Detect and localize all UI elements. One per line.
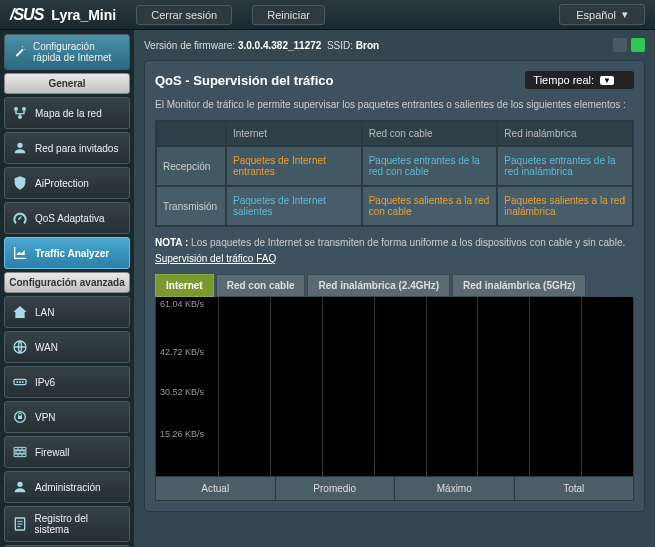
sidebar-item-lan[interactable]: LAN [4, 296, 130, 328]
language-label: Español [576, 9, 616, 21]
sidebar-item-traffic-analyzer[interactable]: Traffic Analyzer [4, 237, 130, 269]
link-rx-internet[interactable]: Paquetes de Internet entrantes [233, 155, 355, 177]
svg-point-8 [22, 381, 24, 383]
guest-icon [11, 139, 29, 157]
stats-row: Actual Promedio Máximo Total [155, 477, 634, 501]
sidebar-item-ipv6[interactable]: IPv6 [4, 366, 130, 398]
link-tx-wireless[interactable]: Paquetes salientes a la red inalámbrica [504, 195, 626, 217]
tab-wireless-5[interactable]: Red inalámbrica (5GHz) [452, 274, 586, 297]
sidebar-item-guest-network[interactable]: Red para invitados [4, 132, 130, 164]
chevron-down-icon: ▾ [622, 8, 628, 21]
link-tx-wired[interactable]: Paquetes salientes a la red con cable [369, 195, 491, 217]
ipv6-icon [11, 373, 29, 391]
th-blank [156, 121, 226, 146]
stat-actual: Actual [156, 477, 276, 500]
ssid-label: SSID: [327, 40, 353, 51]
sidebar-item-label: IPv6 [35, 377, 55, 388]
svg-point-6 [16, 381, 18, 383]
svg-point-0 [14, 107, 18, 111]
sidebar-item-label: VPN [35, 412, 56, 423]
sidebar-item-label: Firewall [35, 447, 69, 458]
stat-total: Total [515, 477, 634, 500]
link-rx-wireless[interactable]: Paquetes entrantes de la red inalámbrica [504, 155, 626, 177]
content-area: Versión de firmware: 3.0.0.4.382_11272 S… [134, 30, 655, 547]
vpn-icon [11, 408, 29, 426]
magic-wand-icon [11, 43, 27, 61]
sidebar-item-label: Red para invitados [35, 143, 118, 154]
status-icon-1[interactable] [613, 38, 627, 52]
network-map-icon [11, 104, 29, 122]
ytick-3: 15.26 KB/s [160, 429, 204, 439]
sidebar: Configuración rápida de Internet General… [0, 30, 134, 547]
sidebar-item-label: AiProtection [35, 178, 89, 189]
log-icon [11, 515, 29, 533]
th-wired: Red con cable [362, 121, 498, 146]
sidebar-item-aiprotection[interactable]: AiProtection [4, 167, 130, 199]
sidebar-item-network-map[interactable]: Mapa de la red [4, 97, 130, 129]
time-mode-dropdown[interactable]: Tiempo real: ▼ [525, 71, 634, 89]
language-dropdown[interactable]: Español ▾ [559, 4, 645, 25]
th-internet: Internet [226, 121, 362, 146]
ytick-2: 30.52 KB/s [160, 387, 204, 397]
sidebar-item-label: Mapa de la red [35, 108, 102, 119]
note-label: NOTA : [155, 237, 188, 248]
tab-wired[interactable]: Red con cable [216, 274, 306, 297]
link-rx-wired[interactable]: Paquetes entrantes de la red con cable [369, 155, 491, 177]
fw-value: 3.0.0.4.382_11272 [238, 40, 321, 51]
link-tx-internet[interactable]: Paquetes de Internet salientes [233, 195, 355, 217]
sidebar-item-system-log[interactable]: Registro del sistema [4, 506, 130, 542]
traffic-table: Internet Red con cable Red inalámbrica R… [155, 120, 634, 227]
sidebar-item-label: QoS Adaptativa [35, 213, 105, 224]
sidebar-item-vpn[interactable]: VPN [4, 401, 130, 433]
svg-point-2 [18, 115, 22, 119]
stat-avg: Promedio [276, 477, 396, 500]
svg-point-11 [17, 482, 22, 487]
sidebar-item-firewall[interactable]: Firewall [4, 436, 130, 468]
home-icon [11, 303, 29, 321]
note: NOTA : Los paquetes de Internet se trans… [155, 237, 634, 248]
sidebar-quick-setup[interactable]: Configuración rápida de Internet [4, 34, 130, 70]
traffic-chart: 61.04 KB/s 42.72 KB/s 30.52 KB/s 15.26 K… [155, 297, 634, 477]
chart-grid [218, 297, 633, 476]
th-wireless: Red inalámbrica [497, 121, 633, 146]
globe-icon [11, 338, 29, 356]
svg-rect-10 [18, 416, 22, 419]
svg-point-7 [19, 381, 21, 383]
panel-title: QoS - Supervisión del tráfico [155, 73, 333, 88]
sidebar-item-label: WAN [35, 342, 58, 353]
panel-description: El Monitor de tráfico le permite supervi… [155, 99, 634, 110]
sidebar-item-label: Configuración rápida de Internet [33, 41, 123, 63]
top-bar: /SUS Lyra_Mini Cerrar sesión Reiniciar E… [0, 0, 655, 30]
firewall-icon [11, 443, 29, 461]
chevron-down-icon: ▼ [600, 76, 614, 85]
ssid-value: Bron [356, 40, 379, 51]
reboot-button[interactable]: Reiniciar [252, 5, 325, 25]
svg-point-1 [22, 107, 26, 111]
tab-wireless-24[interactable]: Red inalámbrica (2.4GHz) [307, 274, 450, 297]
shield-icon [11, 174, 29, 192]
version-line: Versión de firmware: 3.0.0.4.382_11272 S… [144, 38, 645, 52]
sidebar-item-qos[interactable]: QoS Adaptativa [4, 202, 130, 234]
ytick-0: 61.04 KB/s [160, 299, 204, 309]
dropdown-label: Tiempo real: [533, 74, 594, 86]
row-tx-label: Transmisión [156, 186, 226, 226]
sidebar-section-general: General [4, 73, 130, 94]
faq-link[interactable]: Supervisión del tráfico FAQ [155, 253, 276, 264]
row-rx-label: Recepción [156, 146, 226, 186]
stat-max: Máximo [395, 477, 515, 500]
sidebar-item-label: Traffic Analyzer [35, 248, 109, 259]
ytick-1: 42.72 KB/s [160, 347, 204, 357]
fw-label: Versión de firmware: [144, 40, 235, 51]
sidebar-item-wan[interactable]: WAN [4, 331, 130, 363]
admin-icon [11, 478, 29, 496]
logout-button[interactable]: Cerrar sesión [136, 5, 232, 25]
sidebar-item-label: Administración [35, 482, 101, 493]
sidebar-item-administration[interactable]: Administración [4, 471, 130, 503]
svg-point-3 [17, 143, 22, 148]
sidebar-section-advanced: Configuración avanzada [4, 272, 130, 293]
chart-icon [11, 244, 29, 262]
status-icon-2[interactable] [631, 38, 645, 52]
note-text: Los paquetes de Internet se transmiten d… [191, 237, 625, 248]
tab-internet[interactable]: Internet [155, 274, 214, 297]
brand-logo: /SUS [10, 6, 43, 24]
